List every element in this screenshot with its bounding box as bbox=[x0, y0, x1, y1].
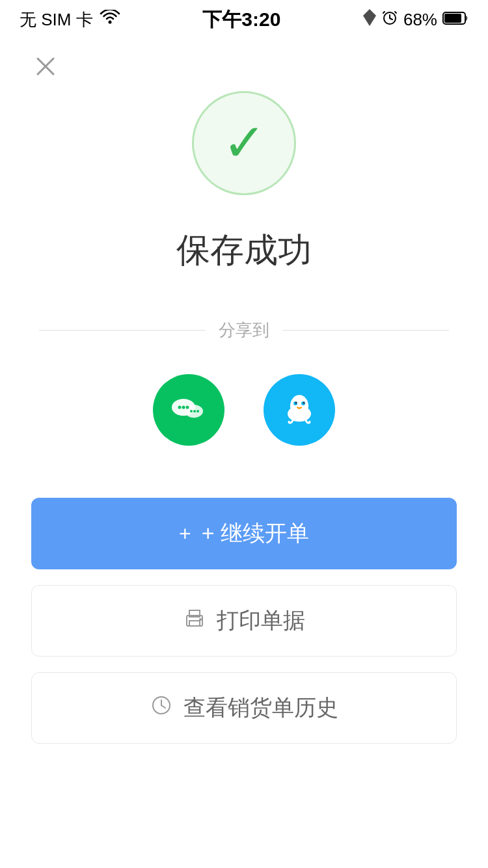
svg-rect-24 bbox=[189, 621, 200, 626]
svg-point-21 bbox=[303, 402, 305, 404]
divider-left bbox=[39, 330, 206, 331]
continue-label: + 继续开单 bbox=[202, 519, 309, 549]
svg-line-3 bbox=[390, 18, 392, 20]
clock-icon bbox=[150, 694, 173, 722]
success-icon-circle: ✓ bbox=[192, 91, 296, 195]
share-section: 分享到 bbox=[0, 319, 488, 342]
svg-point-10 bbox=[178, 406, 182, 409]
status-bar: 无 SIM 卡 下午3:20 68 bbox=[0, 0, 488, 39]
svg-point-0 bbox=[108, 20, 111, 23]
share-label: 分享到 bbox=[206, 319, 282, 342]
checkmark-icon: ✓ bbox=[223, 117, 266, 169]
carrier-label: 无 SIM 卡 bbox=[20, 8, 93, 31]
battery-label: 68% bbox=[403, 10, 437, 30]
wifi-icon bbox=[100, 10, 120, 30]
wechat-share-button[interactable] bbox=[153, 374, 224, 446]
plus-icon: + bbox=[179, 522, 191, 546]
svg-point-13 bbox=[190, 410, 193, 413]
svg-point-11 bbox=[182, 406, 185, 409]
status-left: 无 SIM 卡 bbox=[20, 8, 120, 31]
share-icons bbox=[153, 374, 335, 446]
history-label: 查看销货单历史 bbox=[183, 693, 338, 723]
alarm-icon bbox=[381, 9, 398, 31]
svg-line-28 bbox=[161, 705, 165, 708]
svg-point-25 bbox=[199, 618, 202, 621]
qq-share-button[interactable] bbox=[264, 374, 335, 446]
svg-rect-5 bbox=[444, 14, 461, 23]
svg-point-20 bbox=[295, 402, 297, 404]
success-title: 保存成功 bbox=[176, 228, 312, 273]
close-button[interactable] bbox=[26, 47, 65, 86]
svg-point-12 bbox=[186, 406, 189, 409]
divider-right bbox=[282, 330, 449, 331]
printer-icon bbox=[183, 606, 206, 635]
history-button[interactable]: 查看销货单历史 bbox=[31, 672, 457, 744]
location-icon bbox=[363, 9, 376, 31]
svg-point-14 bbox=[193, 410, 196, 413]
print-button[interactable]: 打印单据 bbox=[31, 585, 457, 657]
status-time: 下午3:20 bbox=[202, 7, 280, 33]
action-buttons: + + 继续开单 打印单据 bbox=[0, 498, 488, 744]
print-label: 打印单据 bbox=[217, 606, 305, 636]
status-right: 68% bbox=[363, 9, 468, 31]
main-content: ✓ 保存成功 分享到 bbox=[0, 39, 488, 744]
battery-icon bbox=[442, 10, 468, 30]
continue-button[interactable]: + + 继续开单 bbox=[31, 498, 457, 569]
svg-point-15 bbox=[197, 410, 199, 413]
